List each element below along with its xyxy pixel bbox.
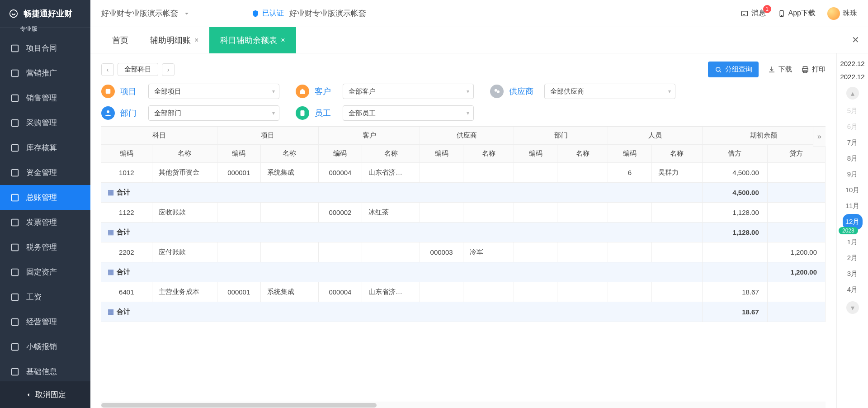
table-subtotal-row[interactable]: ▦合计4,500.00 — [101, 183, 826, 203]
sidebar-item-8[interactable]: 税务管理 — [0, 235, 90, 260]
period-month[interactable]: 11月 — [837, 198, 868, 214]
sidebar-item-2[interactable]: 销售管理 — [0, 85, 90, 110]
filter-employee: 员工 ▾ — [296, 105, 474, 121]
svg-rect-13 — [12, 343, 19, 350]
user-menu[interactable]: 珠珠 — [827, 7, 857, 20]
svg-rect-11 — [12, 294, 19, 300]
menu-icon — [10, 267, 20, 277]
sidebar-item-13[interactable]: 基础信息 — [0, 359, 90, 381]
menu-icon — [10, 118, 20, 128]
crumb-current[interactable]: 全部科目 — [118, 63, 158, 76]
crumb-prev[interactable]: ‹ — [101, 63, 114, 76]
table-subtotal-row[interactable]: ▦合计1,128.00 — [101, 223, 826, 242]
dept-select[interactable] — [148, 105, 279, 121]
account-selector[interactable]: 好业财专业版演示帐套 — [101, 8, 246, 19]
period-month[interactable]: 9月 — [837, 166, 868, 182]
sidebar-item-0[interactable]: 项目合同 — [0, 36, 90, 61]
employee-select[interactable] — [343, 105, 474, 121]
table-subtotal-row[interactable]: ▦合计18.67 — [101, 302, 826, 322]
period-from[interactable]: 2022.12 — [840, 57, 864, 70]
svg-point-19 — [716, 67, 720, 71]
svg-rect-10 — [12, 269, 19, 275]
tab-close-icon[interactable]: × — [281, 36, 285, 44]
svg-rect-14 — [12, 368, 19, 375]
tab-0[interactable]: 首页 — [101, 27, 139, 53]
svg-rect-4 — [12, 119, 19, 126]
project-select[interactable] — [148, 84, 279, 99]
gift-icon: ▦ — [108, 308, 114, 315]
period-scroll-down[interactable]: ▾ — [846, 301, 859, 314]
svg-rect-16 — [741, 11, 748, 16]
expand-columns-icon[interactable]: » — [813, 127, 826, 147]
svg-rect-23 — [106, 89, 111, 94]
sidebar-item-9[interactable]: 固定资产 — [0, 260, 90, 285]
tab-1[interactable]: 辅助明细账× — [139, 27, 209, 53]
project-icon — [101, 85, 115, 98]
table-row[interactable]: 6401主营业务成本000001系统集成000004山东省济…18.67 — [101, 282, 826, 302]
tab-close-icon[interactable]: × — [194, 36, 198, 44]
table-row[interactable]: 1012其他货币资金000001系统集成000004山东省济…6吴群力4,500… — [101, 163, 826, 183]
period-month[interactable]: 3月 — [837, 266, 868, 282]
period-month: 6月 — [837, 119, 868, 135]
print-button[interactable]: 打印 — [801, 65, 826, 74]
customer-select[interactable] — [343, 84, 474, 99]
table-row[interactable]: 1122应收账款000002冰红茶1,128.00 — [101, 203, 826, 223]
header: 好业财专业版演示帐套 已认证 好业财专业版演示帐套 消息 1 App下载 — [90, 0, 868, 27]
sidebar-item-4[interactable]: 库存核算 — [0, 135, 90, 160]
svg-rect-5 — [12, 144, 19, 151]
period-month[interactable]: 8月 — [837, 151, 868, 166]
svg-rect-8 — [12, 219, 19, 226]
sidebar-item-3[interactable]: 采购管理 — [0, 110, 90, 135]
supplier-select[interactable] — [544, 84, 675, 99]
sidebar: 畅捷通好业财 专业版 项目合同营销推广销售管理采购管理库存核算资金管理总账管理发… — [0, 0, 90, 408]
sidebar-item-5[interactable]: 资金管理 — [0, 160, 90, 185]
group-query-button[interactable]: 分组查询 — [708, 62, 759, 77]
sidebar-item-10[interactable]: 工资 — [0, 285, 90, 309]
period-to[interactable]: 2022.12 — [840, 70, 864, 83]
menu-icon — [10, 242, 20, 252]
sidebar-item-1[interactable]: 营销推广 — [0, 61, 90, 85]
messages-badge: 1 — [763, 5, 771, 13]
sidebar-item-11[interactable]: 经营管理 — [0, 309, 90, 334]
svg-rect-12 — [12, 318, 19, 325]
table-subtotal-row[interactable]: ▦合计1,200.00 — [101, 262, 826, 282]
th-subject: 科目 — [101, 127, 217, 145]
period-month[interactable]: 2月 — [837, 250, 868, 266]
th-person: 人员 — [608, 127, 702, 145]
th-customer: 客户 — [318, 127, 420, 145]
period-scroll-up[interactable]: ▴ — [846, 87, 859, 100]
menu-icon — [10, 68, 20, 78]
sidebar-item-7[interactable]: 发票管理 — [0, 210, 90, 235]
tab-close-all[interactable]: ✕ — [847, 32, 863, 48]
certified-badge: 已认证 — [251, 9, 284, 18]
breadcrumb: ‹ 全部科目 › — [101, 63, 175, 76]
messages-button[interactable]: 消息 1 — [741, 9, 766, 18]
table-row[interactable]: 2202应付账款000003冷军1,200.00 — [101, 242, 826, 262]
svg-point-24 — [495, 89, 497, 92]
period-month[interactable]: 7月 — [837, 135, 868, 151]
svg-rect-27 — [301, 110, 305, 116]
sidebar-fix-label: 取消固定 — [35, 389, 66, 400]
horizontal-scrollbar[interactable] — [101, 402, 826, 408]
period-month[interactable]: 1月 — [837, 234, 868, 250]
brand-name: 畅捷通好业财 — [24, 8, 72, 19]
app-download-button[interactable]: App下载 — [778, 9, 816, 18]
download-button[interactable]: 下载 — [768, 65, 792, 74]
svg-rect-2 — [12, 70, 19, 76]
th-opening: 期初余额 — [702, 127, 825, 145]
th-supplier: 供应商 — [420, 127, 514, 145]
svg-point-26 — [107, 110, 109, 113]
filter-dept: 部门 ▾ — [101, 105, 279, 121]
customer-icon — [296, 85, 309, 98]
avatar-icon — [827, 7, 840, 20]
crumb-next[interactable]: › — [162, 63, 175, 76]
gift-icon: ▦ — [108, 188, 114, 196]
sidebar-menu: 项目合同营销推广销售管理采购管理库存核算资金管理总账管理发票管理税务管理固定资产… — [0, 36, 90, 381]
brand-logo-icon — [7, 7, 20, 20]
period-month[interactable]: 4月 — [837, 282, 868, 298]
sidebar-toggle-fix[interactable]: 取消固定 — [0, 381, 90, 408]
period-month[interactable]: 10月 — [837, 182, 868, 198]
tab-2[interactable]: 科目辅助余额表× — [209, 27, 296, 53]
sidebar-item-12[interactable]: 小畅报销 — [0, 334, 90, 359]
sidebar-item-6[interactable]: 总账管理 — [0, 185, 90, 210]
